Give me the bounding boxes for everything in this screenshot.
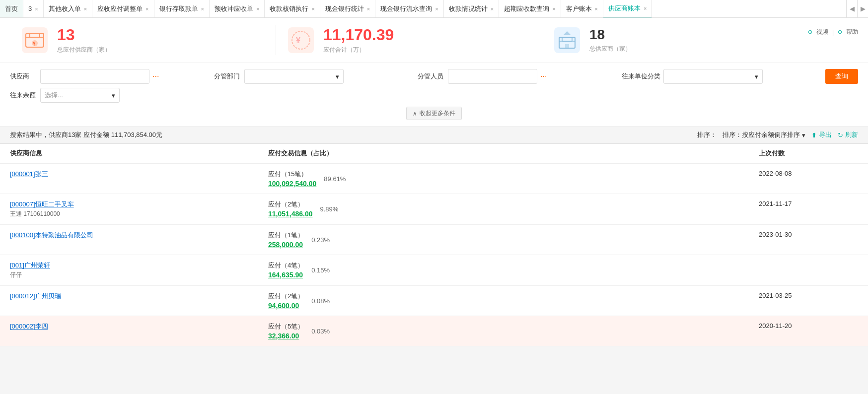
close-icon[interactable]: × [201, 6, 204, 12]
query-button[interactable]: 查询 [825, 69, 858, 84]
nav-tab-cash-bank-stat[interactable]: 现金银行统计 × [320, 0, 375, 18]
nav-tab-ar-ap-adjust-label: 应收应付调整单 [97, 4, 143, 13]
nav-tab-overdue-ar[interactable]: 超期应收款查询 × [499, 0, 561, 18]
sort-label: 排序： [697, 131, 717, 139]
category-label: 往来单位分类 [622, 72, 660, 81]
nav-tab-ar-ap-adjust[interactable]: 应收应付调整单 × [92, 0, 154, 18]
result-bar: 搜索结果中，供应商13家 应付金额 111,703,854.00元 排序： 排序… [0, 127, 868, 144]
supplier-picker-icon[interactable]: ··· [152, 72, 159, 81]
total-supplier-icon [552, 25, 582, 55]
collapse-filter-button[interactable]: ∧ 收起更多条件 [406, 107, 462, 120]
video-link[interactable]: 视频 [816, 28, 828, 36]
person-picker-icon[interactable]: ··· [540, 72, 547, 81]
card2-content: 11,170.39 应付合计（万） [323, 26, 532, 54]
payable-info-2: 应付（1笔） 258,000.00 0.23% [268, 231, 759, 249]
card3-label: 总供应商（家） [589, 45, 798, 53]
close-icon[interactable]: × [644, 5, 647, 11]
svg-text:¥: ¥ [296, 36, 300, 45]
nav-tab-cash-bank-flow[interactable]: 现金银行流水查询 × [375, 0, 443, 18]
card1-content: 13 总应付供应商（家） [57, 26, 266, 54]
refresh-button[interactable]: ↻ 刷新 [838, 131, 858, 139]
person-input[interactable] [448, 69, 537, 84]
supplier-name-3[interactable]: [001]广州荣轩 [10, 261, 268, 270]
supplier-name-0[interactable]: [000001]张三 [10, 170, 268, 179]
category-select[interactable]: ▾ [663, 69, 763, 84]
dept-label: 分管部门 [214, 72, 241, 81]
nav-tab-customer-ledger[interactable]: 客户账本 × [561, 0, 603, 18]
nav-arrow-left[interactable]: ◀ [846, 0, 857, 18]
dept-select[interactable]: ▾ [244, 69, 344, 84]
close-icon[interactable]: × [256, 6, 259, 12]
sort-chevron-icon: ▾ [802, 131, 805, 139]
supplier-info-2: [000100]本特勤油品有限公司 [10, 231, 268, 240]
supplier-input[interactable] [40, 69, 149, 84]
nav-tab-other-income[interactable]: 其他收入单 × [44, 0, 92, 18]
person-label: 分管人员 [418, 72, 445, 81]
close-icon[interactable]: × [595, 6, 598, 12]
card1-label: 总应付供应商（家） [57, 46, 266, 54]
filter-dept: 分管部门 ▾ [214, 69, 411, 84]
category-chevron-icon: ▾ [755, 73, 758, 80]
payable-percent-3: 0.15% [311, 266, 330, 274]
top-navigation: 首页 3 × 其他收入单 × 应收应付调整单 × 银行存取款单 × 预收冲应收单… [0, 0, 868, 18]
table-row: [000012]广州贝瑞 应付（2笔） 94,600.00 0.08% 2021… [0, 286, 868, 316]
nav-tab-collection-exec-label: 收款核销执行 [270, 4, 308, 13]
payable-percent-2: 0.23% [311, 236, 330, 244]
payable-amount-0[interactable]: 100,092,540.00 [268, 180, 316, 188]
last-pay-2: 2023-01-30 [759, 231, 858, 238]
payable-percent-5: 0.03% [311, 328, 330, 335]
payable-info-4: 应付（2笔） 94,600.00 0.08% [268, 292, 759, 310]
supplier-name-2[interactable]: [000100]本特勤油品有限公司 [10, 231, 268, 240]
nav-tab-prepay-offset-label: 预收冲应收单 [215, 4, 253, 13]
help-link[interactable]: 帮助 [846, 28, 858, 36]
payable-cell-4: 应付（2笔） 94,600.00 0.08% [268, 292, 759, 310]
nav-tab-bank-deposit[interactable]: 银行存取款单 × [154, 0, 210, 18]
close-icon[interactable]: × [491, 6, 494, 12]
sort-select[interactable]: 排序：按应付余额倒序排序 ▾ [723, 131, 805, 139]
nav-tab-3[interactable]: 3 × [23, 0, 44, 18]
svg-text:¥: ¥ [33, 41, 36, 47]
close-icon[interactable]: × [35, 6, 38, 12]
close-icon[interactable]: × [552, 6, 555, 12]
svg-rect-10 [554, 27, 580, 53]
supplier-name-4[interactable]: [000012]广州贝瑞 [10, 292, 268, 301]
last-pay-5: 2020-11-20 [759, 322, 858, 329]
supplier-info-0: [000001]张三 [10, 170, 268, 179]
col-supplier-header: 供应商信息 [10, 149, 268, 158]
nav-tab-home[interactable]: 首页 [0, 0, 23, 18]
supplier-name-1[interactable]: [000007]恒旺二手叉车 [10, 200, 268, 209]
nav-tab-collection-stat-label: 收款情况统计 [449, 4, 488, 13]
nav-tab-home-label: 首页 [5, 4, 18, 13]
result-info: 搜索结果中，供应商13家 应付金额 111,703,854.00元 [10, 131, 162, 139]
payable-cell-2: 应付（1笔） 258,000.00 0.23% [268, 231, 759, 249]
sort-value: 排序：按应付余额倒序排序 [723, 131, 800, 139]
filter-category: 往来单位分类 ▾ [622, 69, 818, 84]
payable-amount-5[interactable]: 32,366.00 [268, 332, 304, 340]
payable-amount-3[interactable]: 164,635.90 [268, 271, 304, 279]
payable-amount-4[interactable]: 94,600.00 [268, 302, 304, 310]
nav-tab-prepay-offset[interactable]: 预收冲应收单 × [210, 0, 265, 18]
supplier-name-5[interactable]: [000002]李四 [10, 322, 268, 331]
nav-tab-supplier-ledger[interactable]: 供应商账本 × [603, 0, 652, 18]
nav-tab-collection-stat[interactable]: 收款情况统计 × [444, 0, 499, 18]
nav-arrow-right[interactable]: ▶ [857, 0, 868, 18]
payable-amount-1[interactable]: 11,051,486.00 [268, 210, 313, 218]
summary-card-payable-suppliers: ¥ 13 总应付供应商（家） [10, 25, 276, 55]
close-icon[interactable]: × [435, 6, 438, 12]
payable-cell-3: 应付（4笔） 164,635.90 0.15% [268, 261, 759, 279]
close-icon[interactable]: × [145, 6, 148, 12]
close-icon[interactable]: × [84, 6, 87, 12]
card2-value: 11,170.39 [323, 26, 532, 44]
filter-area: 供应商 ··· 分管部门 ▾ 分管人员 ··· 往来单位分类 ▾ 查询 [0, 63, 868, 127]
nav-tab-cash-bank-stat-label: 现金银行统计 [325, 4, 364, 13]
export-button[interactable]: ⬆ 导出 [811, 131, 832, 139]
filter-supplier: 供应商 ··· [10, 69, 207, 84]
balance-select[interactable]: 选择... ▾ [40, 88, 120, 103]
nav-tab-cash-bank-flow-label: 现金银行流水查询 [380, 4, 432, 13]
close-icon[interactable]: × [367, 6, 370, 12]
payable-cell-5: 应付（5笔） 32,366.00 0.03% [268, 322, 759, 340]
nav-tab-collection-exec[interactable]: 收款核销执行 × [265, 0, 320, 18]
close-icon[interactable]: × [311, 6, 314, 12]
divider: | [832, 29, 834, 36]
payable-amount-2[interactable]: 258,000.00 [268, 241, 304, 249]
